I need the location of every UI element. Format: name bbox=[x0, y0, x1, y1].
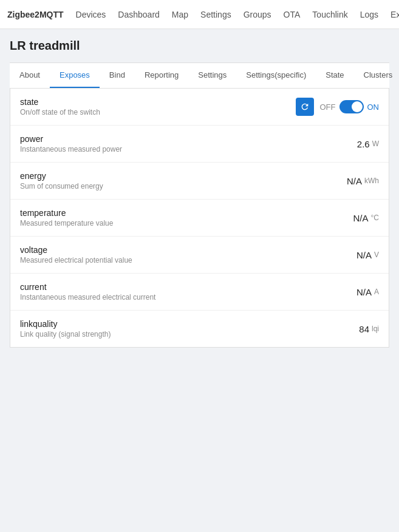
tab-reporting[interactable]: Reporting bbox=[135, 63, 188, 88]
energy-name: energy bbox=[20, 171, 306, 181]
tab-bind[interactable]: Bind bbox=[100, 63, 135, 88]
row-temperature: temperature Measured temperature value N… bbox=[10, 200, 389, 237]
nav-item-groups[interactable]: Groups bbox=[239, 7, 276, 22]
energy-unit: kWh bbox=[364, 177, 379, 185]
toggle-group: OFF ON bbox=[320, 100, 380, 113]
nav-item-ota[interactable]: OTA bbox=[279, 7, 305, 22]
linkquality-value: 84 lqi bbox=[306, 324, 379, 334]
voltage-desc: Measured electrical potential value bbox=[20, 256, 306, 264]
energy-value: N/A kWh bbox=[306, 176, 379, 186]
current-name: current bbox=[20, 282, 306, 292]
refresh-icon bbox=[300, 102, 310, 112]
power-unit: W bbox=[372, 140, 379, 148]
row-linkquality: linkquality Link quality (signal strengt… bbox=[10, 311, 389, 347]
voltage-value: N/A V bbox=[306, 250, 379, 260]
nav-item-settings[interactable]: Settings bbox=[196, 7, 236, 22]
page-content: LR treadmill About Exposes Bind Reportin… bbox=[0, 29, 399, 357]
row-state: state On/off state of the switch OFF bbox=[10, 89, 389, 126]
row-power-label: power Instantaneous measured power bbox=[20, 134, 306, 153]
row-linkquality-label: linkquality Link quality (signal strengt… bbox=[20, 319, 306, 338]
temperature-name: temperature bbox=[20, 208, 306, 218]
state-name: state bbox=[20, 97, 296, 107]
row-voltage: voltage Measured electrical potential va… bbox=[10, 237, 389, 274]
linkquality-number: 84 bbox=[359, 324, 369, 334]
tab-settings-specific[interactable]: Settings(specific) bbox=[236, 63, 316, 88]
nav-item-map[interactable]: Map bbox=[167, 7, 193, 22]
current-unit: A bbox=[374, 288, 379, 296]
energy-desc: Sum of consumed energy bbox=[20, 182, 306, 190]
temperature-number: N/A bbox=[353, 213, 369, 223]
power-desc: Instantaneous measured power bbox=[20, 145, 306, 153]
linkquality-unit: lqi bbox=[372, 325, 379, 333]
linkquality-desc: Link quality (signal strength) bbox=[20, 330, 306, 338]
row-current: current Instantaneous measured electrica… bbox=[10, 274, 389, 311]
current-desc: Instantaneous measured electrical curren… bbox=[20, 293, 306, 301]
page-title: LR treadmill bbox=[10, 39, 389, 53]
power-value: 2.6 W bbox=[306, 139, 379, 149]
tab-about[interactable]: About bbox=[10, 63, 50, 88]
refresh-button[interactable] bbox=[296, 98, 314, 116]
toggle-off-label: OFF bbox=[320, 103, 336, 112]
content-card: state On/off state of the switch OFF bbox=[10, 89, 389, 348]
nav-item-logs[interactable]: Logs bbox=[355, 7, 383, 22]
tab-exposes[interactable]: Exposes bbox=[50, 63, 100, 88]
voltage-unit: V bbox=[374, 251, 379, 259]
current-value: N/A A bbox=[306, 287, 379, 297]
tab-state[interactable]: State bbox=[316, 63, 353, 88]
nav-item-extensions[interactable]: Extensions bbox=[386, 7, 399, 22]
navbar: Zigbee2MQTT Devices Dashboard Map Settin… bbox=[0, 0, 399, 29]
nav-item-devices[interactable]: Devices bbox=[71, 7, 111, 22]
energy-number: N/A bbox=[347, 176, 362, 186]
nav-item-touchlink[interactable]: Touchlink bbox=[307, 7, 352, 22]
state-toggle[interactable] bbox=[339, 100, 364, 113]
tab-settings[interactable]: Settings bbox=[188, 63, 236, 88]
tabs-container: About Exposes Bind Reporting Settings Se… bbox=[10, 62, 389, 89]
power-number: 2.6 bbox=[357, 139, 370, 149]
linkquality-name: linkquality bbox=[20, 319, 306, 329]
power-name: power bbox=[20, 134, 306, 144]
current-number: N/A bbox=[356, 287, 372, 297]
toggle-thumb bbox=[352, 101, 363, 112]
state-desc: On/off state of the switch bbox=[20, 108, 296, 116]
row-state-label: state On/off state of the switch bbox=[20, 97, 296, 116]
row-temperature-label: temperature Measured temperature value bbox=[20, 208, 306, 227]
temperature-unit: °C bbox=[371, 214, 379, 222]
row-energy: energy Sum of consumed energy N/A kWh bbox=[10, 163, 389, 200]
voltage-name: voltage bbox=[20, 245, 306, 255]
nav-brand[interactable]: Zigbee2MQTT bbox=[7, 10, 64, 19]
temperature-value: N/A °C bbox=[306, 213, 379, 223]
voltage-number: N/A bbox=[356, 250, 372, 260]
state-controls: OFF ON bbox=[296, 98, 380, 116]
tab-clusters[interactable]: Clusters bbox=[354, 63, 399, 88]
row-current-label: current Instantaneous measured electrica… bbox=[20, 282, 306, 301]
temperature-desc: Measured temperature value bbox=[20, 219, 306, 227]
toggle-track bbox=[339, 100, 364, 113]
row-power: power Instantaneous measured power 2.6 W bbox=[10, 126, 389, 163]
nav-item-dashboard[interactable]: Dashboard bbox=[113, 7, 165, 22]
toggle-on-label: ON bbox=[367, 103, 380, 112]
row-energy-label: energy Sum of consumed energy bbox=[20, 171, 306, 190]
row-voltage-label: voltage Measured electrical potential va… bbox=[20, 245, 306, 264]
